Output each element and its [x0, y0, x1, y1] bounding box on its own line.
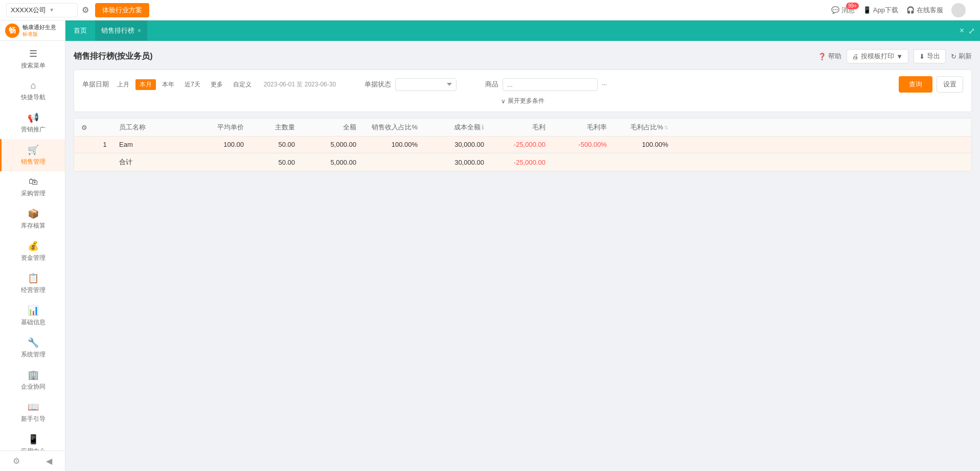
export-label: 导出	[927, 52, 940, 61]
message-badge: 99+	[846, 3, 859, 9]
row-avg-price: 100.00	[197, 141, 248, 148]
th-qty: 主数量	[248, 123, 299, 132]
row-sales-pct: 100.00%	[360, 141, 422, 148]
goods-filter: 商品 ···	[485, 78, 607, 91]
sidebar-label-inventory: 库存核算	[21, 221, 45, 230]
tab-sales-ranking[interactable]: 销售排行榜 ×	[95, 20, 147, 41]
row-profit-pct: 100.00%	[611, 141, 672, 148]
enterprise-icon: 🏢	[28, 369, 39, 380]
logo-line1: 畅康通好生意	[22, 24, 56, 31]
date-tab-7days[interactable]: 近7天	[180, 79, 204, 90]
content-area: 首页 销售排行榜 × × ⤢ 销售排行榜(按业务员) ❓	[65, 20, 980, 471]
export-button[interactable]: ⬇ 导出	[914, 49, 946, 63]
message-button[interactable]: 💬 消息 99+	[831, 6, 855, 15]
search-order-icon: ☰	[29, 48, 37, 59]
date-range-text: 2023-06-01 至 2023-06-30	[264, 80, 336, 89]
filter-row-1: 单据日期 上月 本月 本年 近7天 更多 自定义	[82, 76, 963, 93]
sidebar-label-marketing: 营销推广	[21, 125, 45, 134]
operations-icon: 📋	[28, 273, 39, 284]
status-label: 单据状态	[364, 80, 391, 89]
date-tab-custom[interactable]: 自定义	[229, 79, 256, 90]
sidebar-label-enterprise: 企业协同	[21, 383, 45, 391]
cost-info-icon[interactable]: ℹ	[482, 124, 484, 131]
sidebar-item-purchase[interactable]: 🛍 采购管理	[0, 171, 65, 203]
sidebar: 畅 畅康通好生意 标准版 ☰ 搜索菜单 ⌂ 快捷导航 📢 营销推广	[0, 20, 65, 471]
logo-line2: 标准版	[22, 31, 56, 37]
goods-more-btn[interactable]: ···	[602, 81, 607, 88]
date-range-display: 2023-06-01 至 2023-06-30	[264, 80, 336, 89]
th-name: 员工名称	[115, 123, 197, 132]
date-tab-last-month[interactable]: 上月	[113, 79, 133, 90]
sidebar-item-inventory[interactable]: 📦 库存核算	[0, 203, 65, 235]
sidebar-item-sales[interactable]: 🛒 销售管理	[0, 139, 65, 171]
refresh-button[interactable]: ↻ 刷新	[951, 52, 972, 61]
footer-amount: 5,000.00	[299, 159, 360, 166]
app-download-button[interactable]: 📱 App下载	[863, 6, 898, 15]
sidebar-label-purchase: 采购管理	[21, 189, 45, 198]
sidebar-bottom: ⚙ ◀	[0, 451, 65, 471]
tab-home[interactable]: 首页	[65, 20, 95, 41]
settings-button[interactable]: 设置	[937, 76, 963, 93]
app-center-icon: 📱	[28, 434, 39, 445]
top-right-actions: 💬 消息 99+ 📱 App下载 🎧 在线客服	[831, 3, 974, 17]
sidebar-label-operations: 经营管理	[21, 286, 45, 295]
help-label: 帮助	[828, 52, 841, 61]
sidebar-settings-btn[interactable]: ⚙	[13, 456, 20, 466]
profit-pct-sort-icon[interactable]: ⇅	[664, 125, 668, 130]
sidebar-item-guide[interactable]: 📖 新手引导	[0, 396, 65, 429]
sidebar-label-finance: 资金管理	[21, 254, 45, 262]
sidebar-label-basic-info: 基础信息	[21, 318, 45, 327]
row-amount: 5,000.00	[299, 141, 360, 148]
date-tab-this-month[interactable]: 本月	[135, 79, 156, 90]
trial-button[interactable]: 体验行业方案	[95, 3, 149, 17]
finance-icon: 💰	[28, 240, 39, 252]
th-cost: 成本全额 ℹ	[422, 123, 488, 132]
sidebar-label-guide: 新手引导	[21, 415, 45, 423]
footer-profit: -25,000.00	[488, 159, 550, 166]
row-rank: 1	[95, 141, 115, 148]
headset-icon: 🎧	[906, 6, 915, 14]
company-selector[interactable]: XXXXX公司 ▼	[6, 3, 78, 17]
online-service-button[interactable]: 🎧 在线客服	[906, 6, 943, 15]
column-settings-icon[interactable]: ⚙	[81, 124, 87, 131]
th-sales-pct: 销售收入占比%	[360, 123, 422, 132]
print-label: 按模板打印	[861, 52, 894, 61]
row-profit: -25,000.00	[488, 141, 550, 148]
goods-input[interactable]	[503, 78, 598, 91]
tab-bar: 首页 销售排行榜 × × ⤢	[65, 20, 980, 41]
sidebar-item-system[interactable]: 🔧 系统管理	[0, 332, 65, 364]
expand-conditions-btn[interactable]: ∨ 展开更多条件	[501, 97, 544, 105]
sidebar-item-enterprise[interactable]: 🏢 企业协同	[0, 364, 65, 396]
sidebar-item-quick-nav[interactable]: ⌂ 快捷导航	[0, 75, 65, 107]
sidebar-item-basic-info[interactable]: 📊 基础信息	[0, 300, 65, 332]
table-footer: 合计 50.00 5,000.00 30,000.00 -25,000.00	[74, 153, 971, 171]
sidebar-item-marketing[interactable]: 📢 营销推广	[0, 107, 65, 139]
th-avg-price: 平均单价	[197, 123, 248, 132]
top-bar: XXXXX公司 ▼ ⚙ 体验行业方案 💬 消息 99+ 📱 App下载 🎧 在线…	[0, 0, 980, 20]
settings-icon[interactable]: ⚙	[82, 5, 89, 15]
th-settings[interactable]: ⚙	[74, 124, 95, 131]
sidebar-collapse-btn[interactable]: ◀	[46, 456, 52, 466]
status-select[interactable]	[395, 78, 457, 91]
company-name: XXXXX公司	[11, 6, 46, 15]
date-label: 单据日期	[82, 80, 109, 89]
help-button[interactable]: ❓ 帮助	[818, 52, 841, 61]
window-maximize-icon[interactable]: ⤢	[968, 26, 975, 36]
tab-close-icon[interactable]: ×	[138, 27, 141, 34]
sales-icon: 🛒	[28, 144, 39, 155]
sidebar-item-finance[interactable]: 💰 资金管理	[0, 235, 65, 267]
expand-icon: ∨	[501, 98, 506, 105]
date-tab-more[interactable]: 更多	[207, 79, 227, 90]
user-avatar[interactable]	[951, 3, 966, 17]
sidebar-label-app-center: 应用中心	[21, 447, 45, 451]
sidebar-label-search-order: 搜索菜单	[21, 61, 45, 70]
query-button[interactable]: 查询	[899, 76, 932, 93]
sidebar-label-quick-nav: 快捷导航	[21, 93, 45, 102]
tab-window-controls: × ⤢	[960, 26, 980, 36]
print-button[interactable]: 🖨 按模板打印 ▼	[847, 49, 908, 63]
sidebar-item-app-center[interactable]: 📱 应用中心	[0, 429, 65, 451]
sidebar-item-operations[interactable]: 📋 经营管理	[0, 267, 65, 300]
window-close-icon[interactable]: ×	[960, 26, 964, 35]
date-tab-this-year[interactable]: 本年	[158, 79, 178, 90]
sidebar-item-search-order[interactable]: ☰ 搜索菜单	[0, 43, 65, 75]
